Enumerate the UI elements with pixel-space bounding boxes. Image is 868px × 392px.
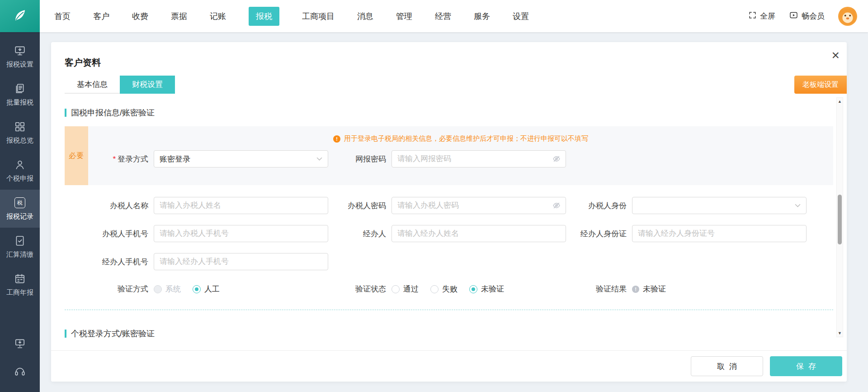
- sidebar-item-tax-records[interactable]: 税 报税记录: [0, 190, 40, 228]
- agent-phone-input[interactable]: [154, 253, 328, 270]
- nav-item-management[interactable]: 管理: [396, 11, 412, 22]
- scroll-down-arrow[interactable]: [837, 330, 843, 337]
- nav-item-business-projects[interactable]: 工商项目: [302, 11, 335, 22]
- taxer-phone-label: 办税人手机号: [65, 229, 148, 239]
- boss-settings-button[interactable]: 老板端设置: [794, 76, 847, 94]
- save-button[interactable]: 保存: [770, 356, 842, 376]
- agent-phone-field: [154, 253, 328, 270]
- personal-tax-icon: [14, 159, 26, 171]
- taxer-identity-field: [632, 197, 807, 214]
- nav-item-billing[interactable]: 收费: [132, 11, 148, 22]
- nav-item-bookkeeping[interactable]: 记账: [210, 11, 226, 22]
- agent-phone-row: 经办人手机号: [65, 253, 833, 270]
- annual-report-icon: [14, 273, 26, 285]
- tab-basic-info[interactable]: 基本信息: [65, 76, 120, 94]
- login-method-select[interactable]: 账密登录: [154, 150, 328, 167]
- verify-result-value: 未验证: [643, 284, 666, 294]
- verify-status-group: 通过 失败 未验证: [392, 284, 566, 294]
- taxer-password-field: [392, 197, 566, 214]
- required-badge: 必要: [65, 126, 88, 185]
- sidebar-support-button[interactable]: [0, 366, 40, 379]
- sidebar-item-label: 报税设置: [6, 60, 33, 69]
- dashed-divider: [65, 310, 833, 310]
- dialog-footer: 取消 保存: [51, 350, 847, 382]
- taxer-name-label: 办税人名称: [65, 201, 148, 211]
- required-info-panel: 必要 用于登录电子税局的相关信息，必要信息维护后才可申报；不进行申报可以不填写 …: [65, 126, 833, 185]
- dialog-tabs: 基本信息 财税设置: [65, 76, 175, 94]
- sidebar-item-tax-overview[interactable]: 报税总览: [0, 114, 40, 152]
- scrollbar-thumb[interactable]: [838, 195, 842, 244]
- login-method-row: 登录方式 账密登录 网报密码: [88, 150, 833, 167]
- tax-overview-icon: [14, 121, 26, 133]
- radio-status-pass[interactable]: 通过: [392, 284, 419, 294]
- radio-circle: [430, 285, 439, 293]
- tax-settings-icon: [14, 45, 26, 57]
- radio-status-fail[interactable]: 失败: [430, 284, 458, 294]
- sidebar-item-label: 个税申报: [6, 174, 33, 183]
- net-password-field: [392, 150, 566, 167]
- fullscreen-button[interactable]: 全屏: [748, 11, 775, 22]
- close-icon[interactable]: [831, 48, 840, 62]
- dialog-scrollbar[interactable]: [836, 97, 843, 337]
- nav-item-messages[interactable]: 消息: [357, 11, 373, 22]
- radio-label: 人工: [204, 284, 220, 294]
- sidebar-item-tax-settings[interactable]: 报税设置: [0, 38, 40, 76]
- section-accent-bar: [65, 109, 66, 117]
- sidebar-item-label: 报税总览: [6, 136, 33, 145]
- tax-character-badge: 税: [14, 197, 25, 208]
- agent-id-input[interactable]: [632, 225, 807, 242]
- nav-item-services[interactable]: 服务: [474, 11, 490, 22]
- national-tax-section-header: 国税申报信息/账密验证: [65, 107, 833, 118]
- required-panel-body: 用于登录电子税局的相关信息，必要信息维护后才可申报；不进行申报可以不填写 登录方…: [88, 126, 833, 185]
- batch-tax-icon: [14, 83, 26, 95]
- verify-result-zone: 未验证: [632, 284, 807, 294]
- radio-verify-method-manual[interactable]: 人工: [193, 284, 220, 294]
- notice-row: 用于登录电子税局的相关信息，必要信息维护后才可申报；不进行申报可以不填写: [88, 134, 833, 143]
- sidebar-item-personal-tax[interactable]: 个税申报: [0, 152, 40, 190]
- nav-item-settings[interactable]: 设置: [513, 11, 529, 22]
- avatar[interactable]: [838, 7, 857, 26]
- taxer-identity-select[interactable]: [632, 197, 807, 214]
- sidebar-download-button[interactable]: [0, 338, 40, 351]
- app-logo: [0, 0, 40, 32]
- nav-item-tax-filing[interactable]: 报税: [249, 7, 279, 26]
- settlement-icon: [14, 235, 26, 247]
- sidebar-item-settlement[interactable]: 汇算清缴: [0, 228, 40, 266]
- radio-status-unverified[interactable]: 未验证: [469, 284, 504, 294]
- nav-item-home[interactable]: 首页: [54, 11, 71, 22]
- scroll-up-arrow[interactable]: [837, 98, 843, 105]
- verify-result-label: 验证结果: [566, 284, 627, 294]
- tab-finance-tax-settings[interactable]: 财税设置: [120, 76, 175, 94]
- client-download-icon: [14, 338, 26, 351]
- member-label: 畅会员: [802, 11, 825, 21]
- login-method-field: 账密登录: [154, 150, 328, 167]
- taxer-password-label: 办税人密码: [328, 201, 386, 211]
- cancel-button[interactable]: 取消: [691, 356, 763, 376]
- headset-support-icon: [14, 366, 26, 379]
- radio-circle-selected: [469, 285, 477, 293]
- radio-circle: [392, 285, 400, 293]
- nav-item-customers[interactable]: 客户: [93, 11, 109, 22]
- eye-off-icon[interactable]: [552, 154, 561, 163]
- verify-method-label: 验证方式: [65, 284, 148, 294]
- dialog-title: 客户资料: [65, 57, 101, 69]
- taxer-name-input[interactable]: [154, 197, 328, 214]
- agent-field: [392, 225, 566, 242]
- taxer-password-input[interactable]: [392, 197, 566, 214]
- nav-item-operations[interactable]: 经营: [435, 11, 451, 22]
- sidebar-item-batch-tax[interactable]: 批量报税: [0, 76, 40, 114]
- nav-item-invoices[interactable]: 票据: [171, 11, 187, 22]
- main-content-area: 客户资料 基本信息 财税设置 老板端设置 国税申报信息/账密验证 必要 用于登录…: [40, 32, 868, 392]
- taxer-phone-input[interactable]: [154, 225, 328, 242]
- agent-id-label: 经办人身份证: [566, 229, 627, 239]
- top-navigation-bar: 首页 客户 收费 票据 记账 报税 工商项目 消息 管理 经营 服务 设置 全屏: [0, 0, 868, 32]
- radio-label: 系统: [165, 284, 181, 294]
- net-password-input[interactable]: [392, 150, 566, 167]
- member-button[interactable]: 畅会员: [789, 11, 825, 22]
- agent-name-input[interactable]: [392, 225, 566, 242]
- taxer-row-1: 办税人名称 办税人密码 办税人身份: [65, 197, 833, 214]
- left-sidebar: 报税设置 批量报税 报税总览 个税: [0, 32, 40, 392]
- taxer-identity-label: 办税人身份: [566, 201, 627, 211]
- eye-off-icon[interactable]: [552, 201, 561, 210]
- sidebar-item-annual-report[interactable]: 工商年报: [0, 266, 40, 304]
